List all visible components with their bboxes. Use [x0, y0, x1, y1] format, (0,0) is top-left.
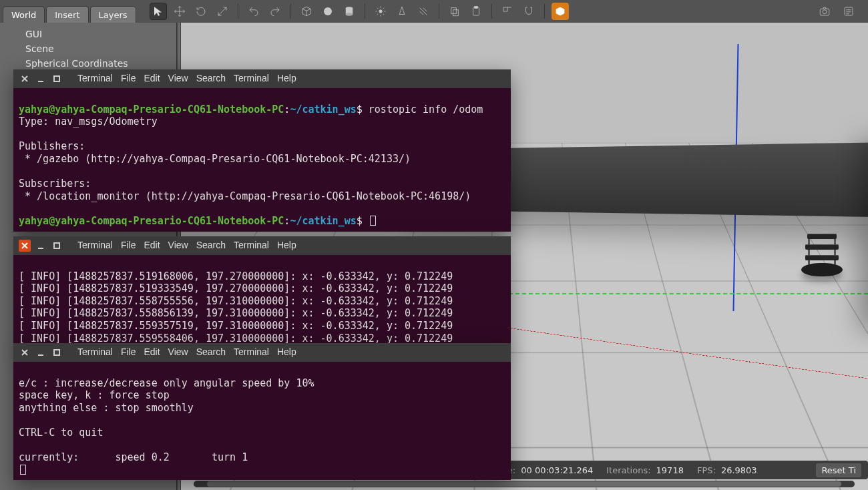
insert-point-light[interactable] [372, 3, 389, 20]
output-line: Subscribers: [19, 178, 91, 190]
svg-point-10 [823, 10, 827, 14]
menu-view[interactable]: View [168, 73, 188, 84]
snap-tool[interactable] [520, 3, 537, 20]
menu-terminal[interactable]: Terminal [77, 240, 113, 251]
close-icon[interactable] [19, 240, 31, 252]
menu-terminal2[interactable]: Terminal [234, 346, 269, 358]
redo-button[interactable] [266, 3, 284, 20]
minimize-icon[interactable] [35, 240, 47, 252]
reset-time-button[interactable]: Reset Ti [816, 463, 861, 477]
translate-tool[interactable] [171, 3, 188, 20]
model-turtlebot[interactable] [799, 224, 845, 276]
svg-point-4 [379, 10, 382, 13]
prompt-path: ~/catkin_ws [290, 215, 356, 227]
terminal-titlebar[interactable]: Terminal File Edit View Search Terminal … [13, 236, 511, 255]
terminal-location-monitor[interactable]: Terminal File Edit View Search Terminal … [13, 236, 511, 348]
fps-value: 26.9803 [721, 465, 757, 475]
gazebo-top-strip: World Insert Layers [0, 0, 868, 23]
menu-edit[interactable]: Edit [144, 73, 160, 84]
terminal-titlebar[interactable]: Terminal File Edit View Search Terminal … [13, 343, 511, 362]
tab-layers[interactable]: Layers [90, 6, 136, 23]
menu-edit[interactable]: Edit [144, 240, 160, 251]
realtime-value: 00 00:03:21.264 [521, 465, 593, 475]
iter-label: Iterations: [606, 465, 650, 475]
menu-search[interactable]: Search [196, 346, 226, 358]
svg-rect-8 [474, 7, 477, 9]
output-line: [ INFO] [1488257837.519168006, 197.27000… [19, 270, 453, 282]
align-tool[interactable] [499, 3, 516, 20]
insert-directional-light[interactable] [415, 3, 432, 20]
menu-file[interactable]: File [121, 73, 136, 84]
terminal-body[interactable]: yahya@yahya-Compaq-Presario-CQ61-Noteboo… [13, 88, 511, 232]
menu-edit[interactable]: Edit [144, 346, 160, 358]
output-line: * /gazebo (http://yahya-Compaq-Presario-… [19, 153, 411, 165]
insert-spot-light[interactable] [393, 3, 411, 20]
toolbar-separator [544, 4, 545, 19]
menu-file[interactable]: File [121, 240, 136, 251]
svg-point-3 [345, 13, 353, 16]
tab-world[interactable]: World [3, 6, 45, 23]
output-line: * /location_monitor (http://yahya-Compaq… [19, 190, 471, 202]
command-text: rostopic info /odom [363, 103, 483, 115]
output-line: anything else : stop smoothly [19, 402, 194, 414]
svg-rect-5 [451, 8, 456, 14]
tree-item-scene[interactable]: Scene [0, 41, 176, 56]
minimize-icon[interactable] [35, 346, 47, 358]
log-button[interactable] [840, 3, 857, 20]
side-panel-tabs: World Insert Layers [3, 0, 136, 23]
insert-sphere[interactable] [319, 3, 337, 20]
prompt-dollar: $ [357, 103, 363, 115]
terminal-body[interactable]: [ INFO] [1488257837.519168006, 197.27000… [13, 255, 511, 348]
menu-search[interactable]: Search [196, 240, 226, 251]
status-scrollbar[interactable] [194, 481, 855, 487]
close-icon[interactable] [19, 73, 31, 85]
menu-file[interactable]: File [121, 346, 136, 358]
menu-help[interactable]: Help [277, 73, 296, 84]
svg-rect-6 [453, 10, 458, 16]
menu-help[interactable]: Help [277, 240, 296, 251]
undo-button[interactable] [245, 3, 262, 20]
rotate-tool[interactable] [192, 3, 210, 20]
terminal-menu: Terminal File Edit View Search Terminal … [77, 73, 296, 84]
prompt-path: ~/catkin_ws [290, 103, 356, 115]
insert-cylinder[interactable] [341, 3, 358, 20]
maximize-icon[interactable] [51, 346, 63, 358]
scale-tool[interactable] [214, 3, 231, 20]
tree-item-gui[interactable]: GUI [0, 27, 176, 41]
menu-search[interactable]: Search [196, 73, 226, 84]
menu-terminal2[interactable]: Terminal [234, 240, 269, 251]
menu-view[interactable]: View [168, 346, 188, 358]
close-icon[interactable] [19, 346, 31, 358]
menu-terminal[interactable]: Terminal [77, 346, 113, 358]
tab-insert[interactable]: Insert [46, 6, 88, 23]
terminal-body[interactable]: e/c : increase/decrease only angular spe… [13, 362, 511, 480]
output-line: Type: nav_msgs/Odometry [19, 115, 158, 128]
terminal-teleop[interactable]: Terminal File Edit View Search Terminal … [13, 343, 511, 480]
maximize-icon[interactable] [51, 73, 63, 85]
output-line: Publishers: [19, 140, 85, 152]
gazebo-toolbar [146, 0, 868, 23]
terminal-cursor [20, 465, 26, 475]
tree-item-spherical[interactable]: Spherical Coordinates [0, 56, 176, 71]
toolbar-separator [238, 4, 238, 19]
terminal-rostopic-info[interactable]: Terminal File Edit View Search Terminal … [13, 69, 511, 232]
menu-help[interactable]: Help [277, 346, 296, 358]
select-tool[interactable] [150, 3, 167, 20]
paste-button[interactable] [467, 3, 485, 20]
screenshot-button[interactable] [816, 3, 833, 20]
output-line: [ INFO] [1488257837.558755556, 197.31000… [19, 295, 453, 307]
menu-terminal[interactable]: Terminal [77, 73, 113, 84]
output-line: e/c : increase/decrease only angular spe… [19, 377, 314, 389]
output-line: [ INFO] [1488257837.519333549, 197.27000… [19, 282, 453, 294]
view-angle-tool[interactable] [552, 3, 569, 20]
output-line: [ INFO] [1488257837.559558406, 197.31000… [19, 332, 453, 344]
terminal-titlebar[interactable]: Terminal File Edit View Search Terminal … [13, 69, 511, 88]
insert-box[interactable] [298, 3, 315, 20]
menu-terminal2[interactable]: Terminal [234, 73, 269, 84]
maximize-icon[interactable] [51, 240, 63, 252]
terminal-menu: Terminal File Edit View Search Terminal … [77, 240, 296, 251]
copy-button[interactable] [446, 3, 463, 20]
output-line: space key, k : force stop [19, 389, 170, 401]
minimize-icon[interactable] [35, 73, 47, 85]
menu-view[interactable]: View [168, 240, 188, 251]
